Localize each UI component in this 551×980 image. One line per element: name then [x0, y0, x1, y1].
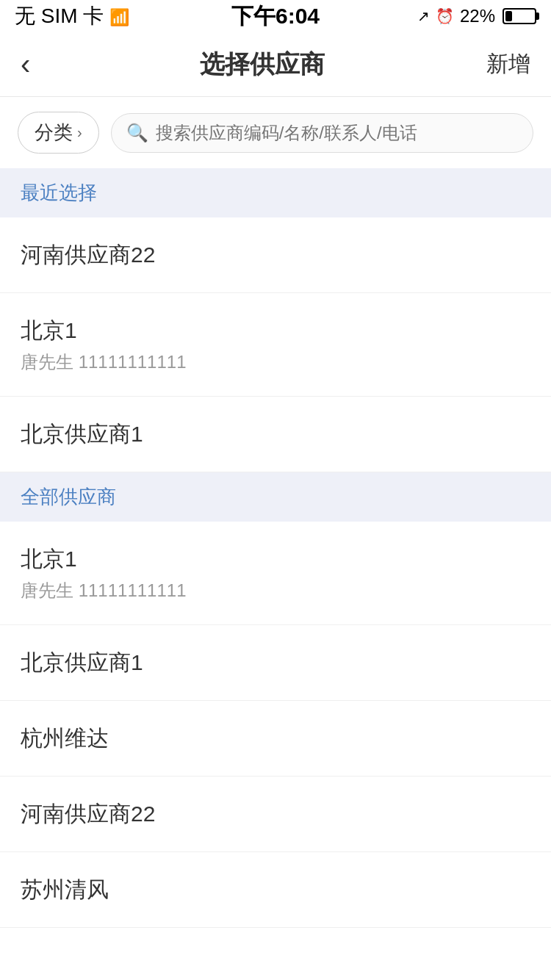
- list-item[interactable]: 北京1唐先生 11111111111: [0, 293, 551, 397]
- wifi-icon: [109, 4, 129, 28]
- item-sub: 唐先生 11111111111: [21, 350, 530, 374]
- battery-fill: [505, 11, 512, 21]
- item-sub: 唐先生 11111111111: [21, 579, 530, 602]
- item-name: 北京供应商1: [21, 647, 530, 678]
- status-left: 无 SIM 卡: [15, 2, 129, 30]
- list-item[interactable]: 北京供应商1: [0, 625, 551, 701]
- page-title: 选择供应商: [200, 48, 325, 82]
- recent-section-label: 最近选择: [21, 181, 97, 203]
- location-icon: ↗: [417, 7, 430, 25]
- item-name: 苏州清风: [21, 874, 530, 905]
- all-section-header: 全部供应商: [0, 472, 551, 522]
- item-name: 河南供应商22: [21, 799, 530, 829]
- back-button[interactable]: ‹: [13, 40, 37, 88]
- item-name: 北京1: [21, 315, 530, 346]
- recent-items-list: 河南供应商22北京1唐先生 11111111111北京供应商1: [0, 217, 551, 472]
- item-name: 河南供应商22: [21, 239, 530, 270]
- item-name: 北京供应商1: [21, 419, 530, 450]
- list-item[interactable]: 河南供应商22: [0, 217, 551, 293]
- add-button[interactable]: 新增: [486, 49, 530, 79]
- status-time: 下午6:04: [231, 1, 320, 32]
- item-name: 杭州维达: [21, 723, 530, 754]
- category-filter[interactable]: 分类 ›: [18, 112, 99, 154]
- alarm-icon: ⏰: [436, 7, 454, 25]
- sim-status: 无 SIM 卡: [15, 2, 104, 30]
- battery-percent: 22%: [460, 6, 495, 26]
- list-item[interactable]: 苏州清风: [0, 852, 551, 928]
- status-right: ↗ ⏰ 22%: [417, 6, 536, 26]
- category-label: 分类: [35, 120, 73, 145]
- search-icon: 🔍: [126, 123, 148, 143]
- item-name: 北京1: [21, 544, 530, 574]
- battery-bar: [503, 8, 536, 24]
- filter-bar: 分类 › 🔍: [0, 97, 551, 168]
- search-input[interactable]: [156, 123, 518, 143]
- list-item[interactable]: 北京供应商1: [0, 397, 551, 472]
- search-bar[interactable]: 🔍: [111, 113, 533, 153]
- list-item[interactable]: 北京1唐先生 11111111111: [0, 522, 551, 625]
- nav-bar: ‹ 选择供应商 新增: [0, 32, 551, 97]
- all-section-label: 全部供应商: [21, 486, 116, 508]
- status-bar: 无 SIM 卡 下午6:04 ↗ ⏰ 22%: [0, 0, 551, 32]
- chevron-right-icon: ›: [77, 124, 82, 141]
- list-item[interactable]: 河南供应商22: [0, 777, 551, 852]
- all-items-list: 北京1唐先生 11111111111北京供应商1杭州维达河南供应商22苏州清风: [0, 522, 551, 928]
- recent-section-header: 最近选择: [0, 168, 551, 217]
- list-item[interactable]: 杭州维达: [0, 701, 551, 777]
